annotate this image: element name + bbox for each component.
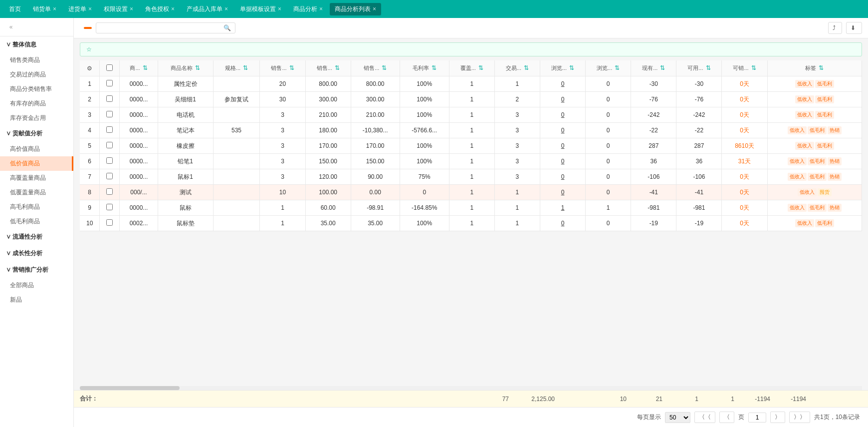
col-header-view2[interactable]: 浏览... ⇅ bbox=[586, 60, 631, 76]
nav-item-销货单[interactable]: 销货单× bbox=[28, 3, 61, 15]
row-checkbox[interactable] bbox=[106, 219, 113, 226]
row-checkbox[interactable] bbox=[106, 188, 113, 195]
page-number-input[interactable] bbox=[748, 413, 766, 423]
sidebar-item-高覆盖量商品[interactable]: 高覆盖量商品 bbox=[0, 171, 73, 185]
view1-link[interactable]: 0 bbox=[561, 142, 565, 149]
row-checkbox[interactable] bbox=[106, 157, 113, 164]
sidebar-item-销售类商品[interactable]: 销售类商品 bbox=[0, 53, 73, 67]
col-header-trade[interactable]: 交易... ⇅ bbox=[494, 60, 540, 76]
nav-close-icon[interactable]: × bbox=[130, 5, 133, 12]
sort-icon-view2[interactable]: ⇅ bbox=[615, 64, 620, 71]
view1-link[interactable]: 0 bbox=[561, 173, 565, 180]
sidebar-item-高毛利商品[interactable]: 高毛利商品 bbox=[0, 200, 73, 214]
view1-link[interactable]: 0 bbox=[561, 158, 565, 165]
sort-icon-view1[interactable]: ⇅ bbox=[569, 64, 574, 71]
sort-icon-trade[interactable]: ⇅ bbox=[524, 64, 529, 71]
nav-item-权限设置[interactable]: 权限设置× bbox=[99, 3, 138, 15]
col-header-sales_price[interactable]: 销售... ⇅ bbox=[305, 60, 351, 76]
row-checkbox[interactable] bbox=[106, 111, 113, 117]
sidebar-item-高价值商品[interactable]: 高价值商品 bbox=[0, 142, 73, 156]
view1-link[interactable]: 1 bbox=[561, 204, 565, 211]
row-checkbox[interactable] bbox=[106, 126, 113, 133]
col-header-gross_margin[interactable]: 毛利率 ⇅ bbox=[400, 60, 449, 76]
sort-icon-sales_amount[interactable]: ⇅ bbox=[382, 64, 387, 71]
first-page-btn[interactable]: 〈〈 bbox=[694, 412, 715, 423]
nav-close-icon[interactable]: × bbox=[88, 5, 92, 12]
collapse-sidebar-btn[interactable]: « bbox=[6, 22, 16, 32]
next-page-btn[interactable]: 〉 bbox=[770, 412, 785, 423]
select-all-checkbox[interactable] bbox=[106, 64, 113, 71]
col-header-tags[interactable]: 标签 ⇅ bbox=[767, 60, 862, 76]
search-box[interactable]: 🔍 bbox=[96, 22, 235, 33]
scrollbar-area[interactable] bbox=[80, 386, 862, 390]
col-header-code[interactable]: 商... ⇅ bbox=[120, 60, 158, 76]
sidebar-group-∨ 流通性分析[interactable]: ∨ 流通性分析 bbox=[0, 229, 73, 245]
sort-icon-spec[interactable]: ⇅ bbox=[243, 64, 248, 71]
col-header-sellable_days[interactable]: 可销... ⇅ bbox=[722, 60, 767, 76]
sort-icon-gross_margin[interactable]: ⇅ bbox=[432, 64, 436, 71]
settings-icon[interactable]: ⚙ bbox=[87, 65, 92, 72]
sidebar-item-低覆盖量商品[interactable]: 低覆盖量商品 bbox=[0, 185, 73, 200]
col-header-spec[interactable]: 规格... ⇅ bbox=[213, 60, 260, 76]
nav-close-icon[interactable]: × bbox=[53, 5, 56, 12]
sidebar-item-商品分类销售率[interactable]: 商品分类销售率 bbox=[0, 82, 73, 96]
nav-item-单据模板设置[interactable]: 单据模板设置× bbox=[235, 3, 286, 15]
col-header-view1[interactable]: 浏览... ⇅ bbox=[540, 60, 585, 76]
search-input[interactable] bbox=[100, 24, 223, 31]
view1-link[interactable]: 0 bbox=[561, 111, 565, 118]
sort-icon-sales_qty[interactable]: ⇅ bbox=[289, 64, 294, 71]
row-checkbox[interactable] bbox=[106, 204, 113, 210]
nav-close-icon[interactable]: × bbox=[278, 5, 281, 12]
sort-icon-coverage[interactable]: ⇅ bbox=[478, 64, 483, 71]
view1-link[interactable]: 0 bbox=[561, 127, 565, 134]
view1-link[interactable]: 0 bbox=[561, 220, 565, 227]
sidebar-item-有库存的商品[interactable]: 有库存的商品 bbox=[0, 96, 73, 111]
sidebar-group-∨ 成长性分析[interactable]: ∨ 成长性分析 bbox=[0, 245, 73, 262]
nav-item-角色授权[interactable]: 角色授权× bbox=[140, 3, 180, 15]
col-header-available_stock[interactable]: 可用... ⇅ bbox=[676, 60, 722, 76]
sort-icon-sales_price[interactable]: ⇅ bbox=[335, 64, 340, 71]
export-button[interactable]: ⬇ bbox=[846, 22, 862, 34]
row-checkbox[interactable] bbox=[106, 80, 113, 86]
time-tag-btn[interactable] bbox=[84, 27, 92, 29]
share-button[interactable]: ⤴ bbox=[828, 22, 842, 34]
sidebar-group-∨ 整体信息[interactable]: ∨ 整体信息 bbox=[0, 36, 73, 53]
nav-close-icon[interactable]: × bbox=[373, 5, 376, 12]
row-checkbox[interactable] bbox=[106, 95, 113, 102]
sidebar-item-低价值商品[interactable]: 低价值商品 bbox=[0, 156, 73, 171]
last-page-btn[interactable]: 〉〉 bbox=[789, 412, 810, 423]
sort-icon-sellable_days[interactable]: ⇅ bbox=[751, 64, 756, 71]
col-header-current_stock[interactable]: 现有... ⇅ bbox=[631, 60, 676, 76]
view1-link[interactable]: 0 bbox=[561, 96, 565, 103]
nav-item-进货单[interactable]: 进货单× bbox=[63, 3, 97, 15]
col-header-name[interactable]: 商品名称 ⇅ bbox=[158, 60, 213, 76]
sidebar-item-新品[interactable]: 新品 bbox=[0, 293, 73, 307]
nav-close-icon[interactable]: × bbox=[319, 5, 323, 12]
sort-icon-tags[interactable]: ⇅ bbox=[819, 64, 824, 71]
sidebar-group-∨ 贡献值分析[interactable]: ∨ 贡献值分析 bbox=[0, 125, 73, 142]
sort-icon-name[interactable]: ⇅ bbox=[195, 64, 200, 71]
row-checkbox[interactable] bbox=[106, 142, 113, 148]
view1-link[interactable]: 0 bbox=[561, 80, 565, 87]
nav-item-产成品入库单[interactable]: 产成品入库单× bbox=[182, 3, 233, 15]
sidebar-item-库存资金占用[interactable]: 库存资金占用 bbox=[0, 111, 73, 125]
col-header-sales_amount[interactable]: 销售... ⇅ bbox=[351, 60, 400, 76]
row-checkbox[interactable] bbox=[106, 173, 113, 179]
nav-item-首页[interactable]: 首页 bbox=[4, 3, 26, 15]
sort-icon-available_stock[interactable]: ⇅ bbox=[706, 64, 711, 71]
sort-icon-code[interactable]: ⇅ bbox=[143, 64, 148, 71]
nav-close-icon[interactable]: × bbox=[171, 5, 175, 12]
col-header-sales_qty[interactable]: 销售... ⇅ bbox=[260, 60, 305, 76]
nav-item-商品分析列表[interactable]: 商品分析列表× bbox=[330, 3, 381, 15]
per-page-select[interactable]: 50 100 200 bbox=[665, 412, 690, 423]
sort-icon-current_stock[interactable]: ⇅ bbox=[660, 64, 665, 71]
search-icon[interactable]: 🔍 bbox=[223, 24, 231, 31]
sidebar-item-低毛利商品[interactable]: 低毛利商品 bbox=[0, 214, 73, 229]
col-header-coverage[interactable]: 覆盖... ⇅ bbox=[449, 60, 494, 76]
scrollbar-thumb[interactable] bbox=[80, 386, 180, 390]
sidebar-item-交易过的商品[interactable]: 交易过的商品 bbox=[0, 67, 73, 82]
view1-link[interactable]: 0 bbox=[561, 189, 565, 196]
prev-page-btn[interactable]: 〈 bbox=[719, 412, 734, 423]
sidebar-item-全部商品[interactable]: 全部商品 bbox=[0, 278, 73, 293]
nav-close-icon[interactable]: × bbox=[224, 5, 228, 12]
